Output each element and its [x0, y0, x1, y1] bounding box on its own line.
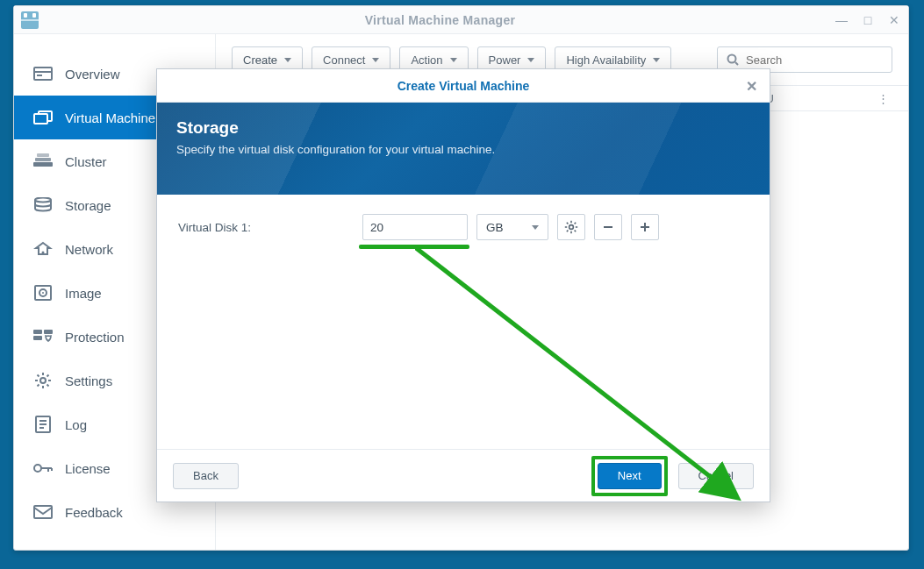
- sidebar-item-label: Cluster: [65, 154, 107, 169]
- svg-rect-4: [34, 114, 47, 124]
- svg-line-27: [735, 62, 738, 65]
- create-vm-dialog: Create Virtual Machine ✕ Storage Specify…: [156, 68, 770, 502]
- gear-icon: [33, 373, 53, 388]
- protection-icon: [33, 329, 53, 345]
- back-label: Back: [193, 469, 218, 482]
- back-button[interactable]: Back: [173, 463, 239, 489]
- chevron-down-icon: [372, 58, 379, 62]
- sidebar-item-label: License: [65, 461, 111, 476]
- close-dialog-button[interactable]: ✕: [741, 76, 761, 96]
- svg-point-12: [42, 292, 44, 294]
- add-disk-button[interactable]: [631, 214, 659, 240]
- svg-rect-15: [33, 336, 42, 340]
- chevron-down-icon: [450, 58, 457, 62]
- svg-rect-13: [33, 330, 42, 334]
- connect-label: Connect: [323, 53, 365, 67]
- image-icon: [33, 285, 53, 301]
- sidebar-item-label: Network: [65, 242, 113, 257]
- window-controls: — □ ✕: [834, 13, 901, 27]
- annotation-highlight-next: Next: [591, 456, 668, 496]
- svg-point-21: [34, 465, 41, 472]
- sidebar-item-label: Protection: [65, 330, 125, 345]
- key-icon: [33, 460, 53, 476]
- svg-rect-6: [35, 158, 51, 161]
- svg-rect-5: [37, 153, 49, 157]
- minimize-button[interactable]: —: [834, 13, 849, 27]
- sidebar-item-label: Log: [65, 417, 87, 432]
- svg-rect-25: [34, 506, 52, 518]
- power-label: Power: [489, 53, 521, 67]
- svg-rect-7: [33, 162, 53, 167]
- disk-settings-button[interactable]: [557, 214, 585, 240]
- annotation-underline: [359, 245, 469, 249]
- svg-point-28: [569, 225, 574, 230]
- dialog-body: Virtual Disk 1: GB: [157, 195, 770, 449]
- chevron-down-icon: [527, 58, 534, 62]
- svg-point-8: [35, 198, 51, 203]
- dialog-title: Create Virtual Machine: [398, 79, 530, 93]
- svg-point-26: [728, 55, 736, 63]
- window-title: Virtual Machine Manager: [46, 13, 834, 27]
- sidebar-item-label: Feedback: [65, 505, 123, 520]
- cancel-label: Cancel: [698, 469, 734, 482]
- storage-icon: [33, 197, 53, 213]
- app-icon: [21, 11, 39, 29]
- vm-icon: [33, 110, 53, 125]
- svg-rect-0: [34, 68, 52, 80]
- search-icon: [727, 53, 739, 66]
- dialog-subheading: Specify the virtual disk configuration f…: [176, 143, 750, 156]
- remove-disk-button[interactable]: [594, 214, 622, 240]
- card-icon: [33, 66, 53, 82]
- titlebar: Virtual Machine Manager — □ ✕: [14, 6, 908, 34]
- sidebar-item-label: Image: [65, 286, 102, 301]
- dialog-titlebar: Create Virtual Machine ✕: [157, 69, 770, 103]
- dialog-banner: Storage Specify the virtual disk configu…: [157, 103, 770, 195]
- svg-point-16: [40, 378, 46, 383]
- virtual-disk-unit-select[interactable]: GB: [476, 214, 548, 240]
- sidebar-item-label: Settings: [65, 373, 112, 388]
- cluster-icon: [33, 153, 53, 169]
- svg-rect-14: [44, 330, 53, 334]
- close-window-button[interactable]: ✕: [887, 13, 901, 27]
- chevron-down-icon: [653, 58, 660, 62]
- chevron-down-icon: [532, 225, 539, 230]
- sidebar-item-label: Overview: [65, 67, 120, 82]
- sidebar-item-label: Storage: [65, 198, 111, 213]
- next-label: Next: [618, 469, 641, 482]
- network-icon: [33, 241, 53, 257]
- columns-menu-button[interactable]: ⋮: [872, 92, 894, 105]
- maximize-button[interactable]: □: [861, 13, 875, 27]
- create-label: Create: [243, 53, 277, 67]
- search-input[interactable]: [746, 53, 883, 67]
- mail-icon: [33, 504, 53, 520]
- virtual-disk-label: Virtual Disk 1:: [178, 221, 354, 234]
- svg-point-9: [42, 252, 45, 254]
- dialog-footer: Back Next Cancel: [157, 449, 770, 501]
- unit-value: GB: [486, 221, 504, 234]
- dialog-heading: Storage: [176, 118, 750, 138]
- log-icon: [33, 416, 53, 432]
- ha-label: High Availability: [566, 53, 646, 67]
- action-label: Action: [411, 53, 442, 67]
- cancel-button[interactable]: Cancel: [678, 463, 754, 489]
- virtual-disk-size-input[interactable]: [362, 214, 468, 240]
- virtual-disk-row: Virtual Disk 1: GB: [178, 214, 749, 240]
- sidebar-item-label: Virtual Machine: [65, 110, 155, 125]
- chevron-down-icon: [284, 58, 291, 62]
- next-button[interactable]: Next: [598, 463, 662, 489]
